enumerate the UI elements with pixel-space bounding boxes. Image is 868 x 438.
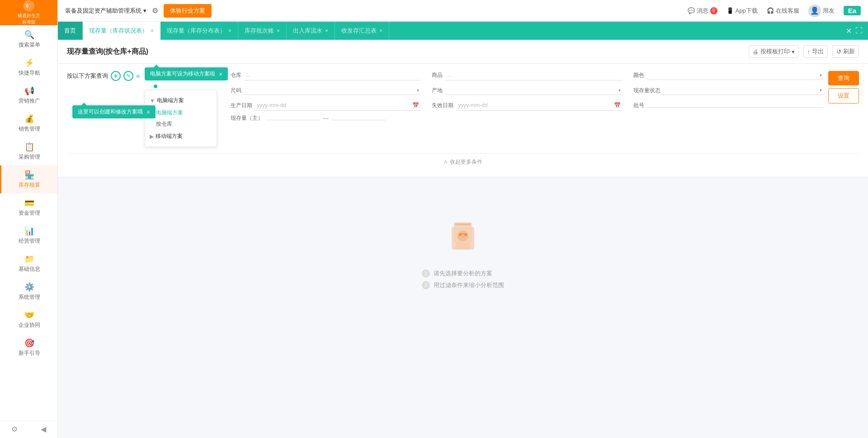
system-selector[interactable]: 装备及固定资产辅助管理系统 ▾ (65, 7, 146, 15)
goods-select[interactable]: ... (445, 70, 622, 80)
color-select[interactable]: ▾ (647, 71, 824, 80)
print-label: 按模板打印 (760, 47, 790, 56)
batch-input[interactable] (647, 104, 824, 108)
plan-section-desktop[interactable]: ▼ 电脑端方案 (145, 94, 217, 107)
basic-icon: 📁 (24, 254, 34, 264)
filter-edit-btn[interactable]: ✎ (123, 71, 133, 81)
tooltip-close-1[interactable]: × (219, 71, 222, 78)
tab-batch-account[interactable]: 库存批次账 × (238, 22, 287, 40)
sidebar-item-system[interactable]: ⚙️ 系统管理 (0, 278, 57, 306)
tab-close-summary[interactable]: × (379, 28, 382, 34)
filter-fields-right: 仓库 ... 商品 ... 颜色 (231, 70, 824, 122)
filter-area: 按以下方案查询 + ✎ « 电脑方案可设为移动方案啦 × (58, 64, 868, 177)
sales-icon: 💰 (24, 114, 34, 124)
tab-close-stock-status[interactable]: × (151, 28, 154, 34)
settings-bottom-btn[interactable]: ⚙ (11, 425, 18, 433)
tab-flow[interactable]: 出入库流水 × (287, 22, 335, 40)
plan-item-desktop-main[interactable]: 电脑端方案 (145, 107, 217, 118)
sidebar-label-sales: 销售管理 (19, 125, 40, 133)
stock-status-field: 现存量状态 ▾ (633, 86, 824, 95)
empty-illustration (440, 213, 486, 259)
service-icon: 🎧 (767, 7, 774, 14)
sidebar-item-collab[interactable]: 🤝 企业协同 (0, 306, 57, 334)
plan-section-mobile[interactable]: ▶ 移动端方案 (145, 130, 217, 143)
expire-date-input[interactable]: yyyy-mm-dd 📅 (456, 100, 622, 111)
tab-close-stock-dist[interactable]: × (228, 28, 231, 34)
tab-close-flow[interactable]: × (325, 28, 328, 34)
search-btns: 查询 设置 (828, 71, 859, 104)
sidebar-label-purchase: 采购管理 (19, 153, 40, 161)
sidebar-item-marketing[interactable]: 📢 营销推广 (0, 81, 57, 109)
plan-item-warehouse-label: 按仓库 (156, 121, 172, 127)
produce-date-placeholder: yyyy-mm-dd (257, 102, 286, 108)
app-download-btn[interactable]: 📱 App下载 (726, 7, 758, 15)
message-icon: 💬 (688, 7, 695, 14)
settings-icon[interactable]: ⚙ (152, 6, 158, 15)
tab-stock-dist[interactable]: 现存量（库存分布表） × (160, 22, 238, 40)
sidebar-item-management[interactable]: 📊 经营管理 (0, 221, 57, 250)
sidebar-item-nav[interactable]: ⚡ 快捷导航 (0, 53, 57, 81)
goods-dots: ... (447, 72, 452, 78)
tab-summary-label: 收发存汇总表 (341, 27, 377, 35)
marketing-icon: 📢 (24, 86, 34, 96)
sidebar-label-guide: 新手引导 (19, 349, 40, 357)
export-btn[interactable]: ↑ 导出 (803, 45, 828, 58)
chevron-down-icon: ▾ (143, 7, 146, 14)
user-btn[interactable]: 👤 用友 (808, 5, 835, 17)
warehouse-dots: ... (246, 72, 250, 78)
app-name: 畅通好生意 (18, 13, 40, 19)
collapse-icon: ∧ (443, 159, 448, 165)
stock-amount-label: 现存量（主） (231, 114, 263, 122)
chevron-right-icon-mobile: ▶ (150, 133, 154, 140)
message-badge: 9 (710, 7, 717, 14)
color-dropdown-icon: ▾ (820, 73, 822, 78)
tab-expand-icon[interactable]: ⛶ (855, 27, 863, 35)
sidebar: 6 畅通好生意 标准版 🔍 搜索菜单 ⚡ 快捷导航 📢 营销推广 💰 销售管理 … (0, 0, 58, 438)
sidebar-label-finance: 资金管理 (19, 209, 40, 217)
reset-btn[interactable]: 设置 (828, 88, 859, 104)
plan-item-warehouse[interactable]: 按仓库 (145, 118, 217, 130)
tab-stock-status[interactable]: 现存量（库存状况表） × (83, 22, 160, 40)
sidebar-item-sales[interactable]: 💰 销售管理 (0, 109, 57, 137)
sidebar-item-guide[interactable]: 🎯 新手引导 (0, 334, 57, 362)
tooltip-close-2[interactable]: × (146, 108, 150, 116)
sidebar-item-inventory[interactable]: 🏪 库存核算 (0, 165, 57, 193)
warehouse-select[interactable]: ... (244, 70, 421, 80)
goods-label: 商品 (432, 71, 443, 79)
refresh-btn[interactable]: ↺ 刷新 (832, 45, 859, 58)
empty-step-2: 2 用过滤条件来缩小分析范围 (422, 279, 504, 291)
tab-summary[interactable]: 收发存汇总表 × (335, 22, 389, 40)
origin-select[interactable]: ▾ (445, 86, 622, 95)
tab-home-label: 首页 (64, 27, 76, 35)
sidebar-item-purchase[interactable]: 📋 采购管理 (0, 137, 57, 165)
stock-amount-min[interactable] (266, 116, 320, 120)
print-btn[interactable]: 🖨 按模板打印 ▾ (749, 45, 799, 58)
search-btn[interactable]: 查询 (828, 71, 859, 85)
plan-item-desktop-main-label: 电脑端方案 (156, 109, 183, 116)
stock-amount-field: 现存量（主） — (231, 114, 824, 122)
tab-home[interactable]: 首页 (58, 22, 83, 40)
tab-close-all-icon[interactable]: ✕ (846, 27, 852, 35)
industry-btn[interactable]: 体验行业方案 (164, 4, 212, 18)
tab-close-batch[interactable]: × (277, 28, 280, 34)
tab-stock-dist-label: 现存量（库存分布表） (167, 27, 226, 35)
message-btn[interactable]: 💬 消息 9 (688, 7, 717, 15)
app-logo-icon: 6 (22, 0, 36, 12)
sidebar-item-search[interactable]: 🔍 搜索菜单 (0, 25, 57, 53)
sidebar-label-search: 搜索菜单 (19, 41, 40, 49)
produce-date-input[interactable]: yyyy-mm-dd 📅 (255, 100, 421, 111)
batch-field: 批号 (633, 100, 824, 111)
online-service-btn[interactable]: 🎧 在线客服 (767, 7, 799, 15)
step-num-1: 1 (422, 269, 430, 278)
stock-amount-separator: — (323, 115, 329, 122)
stock-status-select[interactable]: ▾ (663, 86, 824, 95)
filter-add-btn[interactable]: + (111, 71, 121, 81)
sidebar-item-basic[interactable]: 📁 基础信息 (0, 250, 57, 278)
stock-amount-max[interactable] (331, 116, 386, 120)
tab-flow-label: 出入库流水 (293, 27, 322, 35)
filter-arrow-btn[interactable]: « (136, 72, 140, 80)
sidebar-item-finance[interactable]: 💳 资金管理 (0, 193, 57, 221)
collapse-row[interactable]: ∧ 收起更多条件 (67, 153, 859, 170)
collapse-sidebar-btn[interactable]: ◀ (41, 425, 46, 433)
size-select[interactable]: ▾ (244, 86, 421, 95)
